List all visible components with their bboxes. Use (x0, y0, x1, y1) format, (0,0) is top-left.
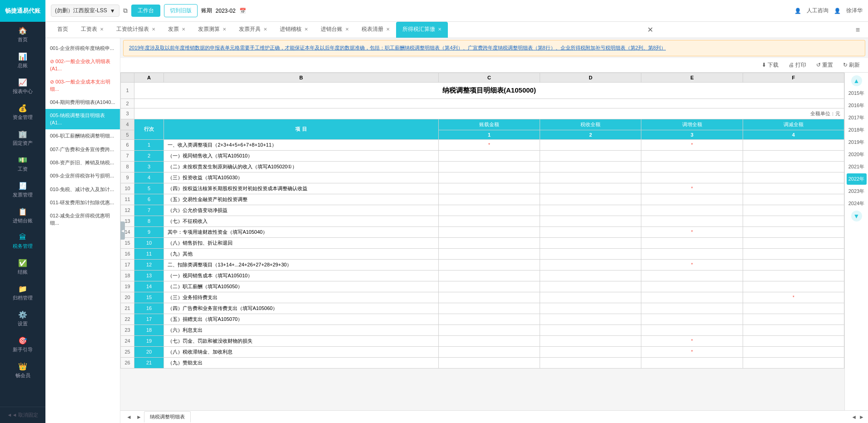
table-row: 16 11 （九）其他 (121, 248, 844, 259)
sidebar-item-home[interactable]: 🏠首页 (0, 22, 45, 48)
year-item-5[interactable]: 2020年 (847, 149, 867, 160)
table-container[interactable]: A B C D E F 1 纳税调整项目明细表(A105000) 2 3 全额单… (120, 73, 844, 410)
tab-5[interactable]: 发票开具✕ (233, 22, 273, 38)
sidebar-item-settings[interactable]: ⚙️设置 (0, 306, 45, 332)
year-item-9[interactable]: 2024年 (847, 198, 867, 209)
back-old-button[interactable]: 切到旧版 (164, 4, 198, 17)
year-item-6[interactable]: 2021年 (847, 161, 867, 172)
year-item-8[interactable]: 2023年 (847, 186, 867, 197)
tab-close-2[interactable]: ✕ (152, 27, 155, 32)
hangci-cell: 16 (134, 303, 164, 314)
tab-2[interactable]: 工资统计报表✕ (110, 22, 162, 38)
nav-icon-invoice: 🧾 (18, 182, 27, 190)
sidebar-item-ledger[interactable]: 📊总账 (0, 48, 45, 74)
sidebar-item-ledger2[interactable]: 📋进销台账 (0, 203, 45, 229)
scroll-left-icon[interactable]: ◄ (851, 414, 857, 420)
sidebar-item-archive[interactable]: 📁归档管理 (0, 280, 45, 306)
th-tiaozeng: 调增全额 (641, 119, 743, 130)
tab-4[interactable]: 发票测算✕ (192, 22, 233, 38)
tab-close-3[interactable]: ✕ (182, 27, 185, 32)
prev-sheet-button[interactable]: ◄ (124, 413, 134, 421)
sidebar-item-assets[interactable]: 🏢固定资产 (0, 125, 45, 151)
tab-close-6[interactable]: ✕ (304, 27, 308, 32)
download-button[interactable]: ⬇ 下载 (759, 60, 781, 70)
table-row: 18 13 （一）视同销售成本（填写A105010） (121, 270, 844, 281)
th-tiaojian: 调减全额 (743, 119, 844, 130)
year-scroll-up-button[interactable]: ▲ (851, 75, 862, 86)
reset-button[interactable]: ↺ 重置 (813, 60, 836, 70)
refresh-button[interactable]: ↻ 刷新 (840, 60, 863, 70)
left-panel-item-2[interactable]: ⊘ 003-一般企业成本支出明细... (45, 75, 120, 96)
left-panel-item-6[interactable]: 007-广告费和业务宣传费跨... (45, 143, 120, 156)
tab-close-5[interactable]: ✕ (263, 27, 267, 32)
tab-close-4[interactable]: ✕ (223, 27, 226, 32)
collapse-button[interactable]: ◄ (120, 221, 125, 240)
nav-label-salary: 工资 (18, 166, 28, 172)
col-header-e: E (641, 73, 743, 82)
sidebar-item-checkout[interactable]: ✅结账 (0, 254, 45, 280)
year-item-0[interactable]: 2015年 (847, 88, 867, 99)
xiangmu-cell: （一）视同销售成本（填写A105010） (164, 270, 439, 281)
tab-close-8[interactable]: ✕ (386, 27, 390, 32)
tab-close-9[interactable]: ✕ (438, 27, 441, 32)
sidebar-item-finance[interactable]: 💰资金管理 (0, 99, 45, 125)
tabs-settings-icon[interactable]: ≡ (853, 24, 863, 36)
tab-8[interactable]: 税表清册✕ (355, 22, 396, 38)
year-item-1[interactable]: 2016年 (847, 100, 867, 111)
left-panel-item-9[interactable]: 010-免税、减计收入及加计... (45, 183, 120, 196)
calendar-icon[interactable]: 📅 (239, 8, 246, 14)
sidebar-item-member[interactable]: 👑畅会员 (0, 358, 45, 384)
table-row: 9 4 （三）投资收益（填写A105030） (121, 172, 844, 183)
left-panel-item-8[interactable]: 009-企业所得税弥补亏损明... (45, 169, 120, 182)
tab-9[interactable]: 所得税汇算缴✕ (396, 22, 448, 38)
copy-button[interactable]: ⧉ (123, 7, 128, 15)
left-panel-item-1[interactable]: ⊘ 002-一般企业收入明细表(A1... (45, 55, 120, 75)
tab-6[interactable]: 进销稽核✕ (273, 22, 314, 38)
left-panel-wrapper: 001-企业所得税年度纳税申...⊘ 002-一般企业收入明细表(A1...⊘ … (45, 38, 120, 423)
unpin-button[interactable]: ◄◄ 取消固定 (0, 407, 45, 423)
xiangmu-cell: 其中：专项用途财政性资金（填写A105040） (164, 226, 439, 237)
user-name: 徐泽华 (846, 7, 863, 15)
bottom-tab[interactable]: 纳税调整明细表 (144, 411, 191, 423)
scroll-right-icon[interactable]: ► (859, 414, 864, 420)
hangci-cell: 8 (134, 216, 164, 226)
year-item-4[interactable]: 2019年 (847, 137, 867, 148)
close-all-tabs-button[interactable]: ✕ (645, 24, 656, 36)
print-button[interactable]: 🖨 打印 (786, 60, 809, 70)
left-panel-item-5[interactable]: 006-职工薪酬纳税调整明细... (45, 129, 120, 143)
tab-close-1[interactable]: ✕ (100, 27, 104, 32)
left-panel-item-10[interactable]: 011-研发费用加计扣除优惠... (45, 196, 120, 209)
next-sheet-button[interactable]: ► (134, 413, 144, 421)
hangci-cell: 14 (134, 281, 164, 292)
left-panel-item-0[interactable]: 001-企业所得税年度纳税申... (45, 42, 120, 55)
table-row: 12 7 （六）公允价值变动净损益 (121, 205, 844, 216)
left-panel-item-3[interactable]: 004-期间费用明细表(A1040... (45, 96, 120, 109)
tab-close-7[interactable]: ✕ (345, 27, 349, 32)
hangci-cell: 13 (134, 270, 164, 281)
left-panel-item-11[interactable]: 012-减免企业所得税优惠明细... (45, 209, 120, 230)
table-row: 7 2 （一）视同销售收入（填写A105010） (121, 150, 844, 161)
left-panel-item-4[interactable]: 005-纳税调整项目明细表(A1... (45, 109, 120, 129)
user-service-label[interactable]: 人工咨询 (807, 7, 828, 15)
tab-3[interactable]: 发票✕ (162, 22, 192, 38)
hangci-cell: 1 (134, 139, 164, 150)
year-item-7[interactable]: 2022年 (847, 173, 867, 185)
workbench-button[interactable]: 工作台 (131, 5, 160, 17)
year-item-3[interactable]: 2018年 (847, 124, 867, 136)
th-zhangzai: 账载金额 (438, 119, 540, 130)
sidebar-item-reports[interactable]: 📈报表中心 (0, 74, 45, 99)
sidebar-item-tax[interactable]: 🏛税务管理 (0, 229, 45, 254)
sidebar-item-invoice[interactable]: 🧾发票管理 (0, 177, 45, 203)
tab-7[interactable]: 进销台账✕ (314, 22, 355, 38)
company-selector[interactable]: (勿删）江西股室-LSS ▼ (51, 5, 119, 17)
sidebar-item-guide[interactable]: 🎯新手引导 (0, 332, 45, 358)
sidebar-item-salary[interactable]: 💵工资 (0, 151, 45, 177)
tab-0[interactable]: 首页 (51, 22, 74, 38)
year-item-2[interactable]: 2017年 (847, 112, 867, 123)
nav-icon-settings: ⚙️ (18, 310, 27, 319)
year-scroll-down-button[interactable]: ▼ (851, 211, 862, 221)
left-panel-item-7[interactable]: 008-资产折旧、摊销及纳税... (45, 156, 120, 169)
warning-text: 2019年度涉及取以前年度维销数据的申报表单元格需要手工维护正确，才能保证本年及… (129, 45, 666, 50)
sheet-title: 纳税调整项目明细表(A105000) (134, 82, 844, 98)
tab-1[interactable]: 工资表✕ (74, 22, 110, 38)
